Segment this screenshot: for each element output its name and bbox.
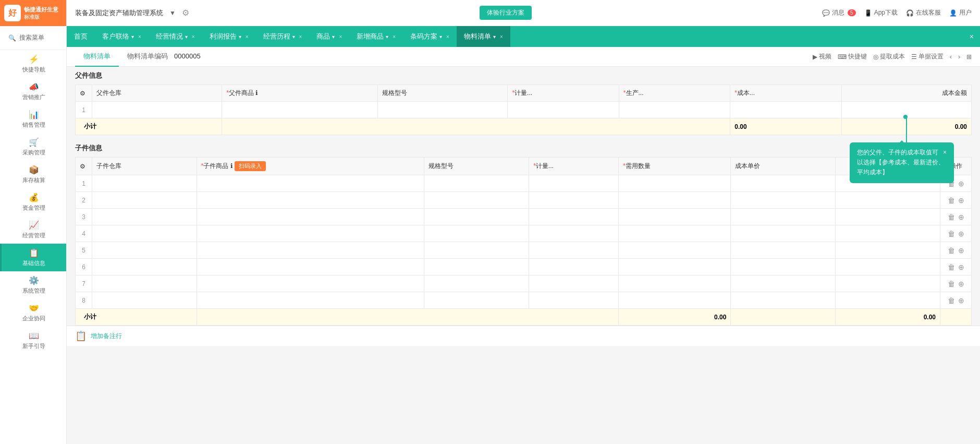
child-row-8-spec[interactable] xyxy=(424,292,529,309)
child-row-2-amount[interactable] xyxy=(836,192,940,209)
tab-customer[interactable]: 客户联络 ▾ × xyxy=(95,26,149,47)
child-row-4-copy[interactable]: ⊕ xyxy=(958,230,964,238)
child-row-3-delete[interactable]: 🗑 xyxy=(948,213,955,221)
child-row-6-amount[interactable] xyxy=(836,259,940,275)
child-row-1-warehouse[interactable] xyxy=(92,175,197,192)
child-row-2-qty[interactable] xyxy=(619,192,731,209)
child-row-3-unit-cost[interactable] xyxy=(731,209,836,225)
child-row-7-unit-cost[interactable] xyxy=(731,275,836,292)
tab-product[interactable]: 商品 ▾ × xyxy=(309,26,349,47)
child-row-7-warehouse[interactable] xyxy=(92,275,197,292)
tab-bom-close[interactable]: × xyxy=(500,34,503,40)
child-row-3-amount[interactable] xyxy=(836,209,940,225)
child-row-8-amount[interactable] xyxy=(836,292,940,309)
child-row-2-spec[interactable] xyxy=(424,192,529,209)
child-row-5-copy[interactable]: ⊕ xyxy=(958,246,964,255)
sidebar-item-quick-nav[interactable]: ⚡ 快捷导航 xyxy=(0,50,66,78)
child-row-3-warehouse[interactable] xyxy=(92,209,197,225)
grid-view-icon[interactable]: ⊞ xyxy=(966,53,972,61)
tab-profit[interactable]: 利润报告 ▾ × xyxy=(202,26,256,47)
sidebar-item-inventory[interactable]: 📦 库存核算 xyxy=(0,161,66,188)
child-row-2-copy[interactable]: ⊕ xyxy=(958,196,964,205)
shortcut-action[interactable]: ⌨ 快捷键 xyxy=(838,52,867,61)
child-row-8-qty[interactable] xyxy=(619,292,731,309)
sidebar-item-basic-info[interactable]: 📋 基础信息 xyxy=(0,244,66,271)
child-row-5-amount[interactable] xyxy=(836,242,940,259)
child-row-6-qty[interactable] xyxy=(619,259,731,275)
tab-ops-close[interactable]: × xyxy=(192,34,195,40)
child-row-5-spec[interactable] xyxy=(424,242,529,259)
child-row-5-delete[interactable]: 🗑 xyxy=(948,246,955,255)
tab-barcode-close[interactable]: × xyxy=(446,34,449,40)
online-service-button[interactable]: 🎧 在线客服 xyxy=(906,8,941,17)
child-row-2-warehouse[interactable] xyxy=(92,192,197,209)
sub-tab-bom-code[interactable]: 物料清单编码 0000005 xyxy=(119,47,209,67)
tab-history-close[interactable]: × xyxy=(299,34,302,40)
tab-new-product-close[interactable]: × xyxy=(393,34,396,40)
child-col-settings[interactable]: ⚙ xyxy=(76,158,92,175)
single-settings-action[interactable]: ☰ 单据设置 xyxy=(911,52,944,61)
child-row-4-product[interactable] xyxy=(197,225,424,242)
child-row-1-unit[interactable] xyxy=(529,175,619,192)
child-row-5-unit[interactable] xyxy=(529,242,619,259)
tab-bom[interactable]: 物料清单 ▾ × xyxy=(457,26,510,47)
child-row-8-copy[interactable]: ⊕ xyxy=(958,296,964,305)
child-row-5-unit-cost[interactable] xyxy=(731,242,836,259)
settings-icon[interactable]: ⚙ xyxy=(182,8,189,18)
parent-row-1-unit[interactable] xyxy=(508,102,619,118)
nav-prev[interactable]: ‹ xyxy=(950,53,952,61)
child-row-4-delete[interactable]: 🗑 xyxy=(948,230,955,238)
tab-product-close[interactable]: × xyxy=(339,34,342,40)
scan-input-button[interactable]: 扫码录入 xyxy=(235,161,266,171)
child-row-6-warehouse[interactable] xyxy=(92,259,197,275)
child-row-3-qty[interactable] xyxy=(619,209,731,225)
child-row-4-amount[interactable] xyxy=(836,225,940,242)
nav-next[interactable]: › xyxy=(958,53,960,61)
user-button[interactable]: 👤 用户 xyxy=(949,8,972,17)
child-row-4-spec[interactable] xyxy=(424,225,529,242)
child-row-8-unit-cost[interactable] xyxy=(731,292,836,309)
parent-row-1-cost[interactable] xyxy=(730,102,841,118)
sub-tab-bom-list[interactable]: 物料清单 xyxy=(75,47,119,67)
sidebar-item-system[interactable]: ⚙️ 系统管理 xyxy=(0,271,66,299)
child-row-1-unit-cost[interactable] xyxy=(731,175,836,192)
close-all-tabs[interactable]: × xyxy=(963,32,980,41)
child-row-5-qty[interactable] xyxy=(619,242,731,259)
child-row-3-spec[interactable] xyxy=(424,209,529,225)
child-row-1-copy[interactable]: ⊕ xyxy=(958,179,964,188)
sidebar-item-marketing[interactable]: 📣 营销推广 xyxy=(0,78,66,105)
child-row-7-delete[interactable]: 🗑 xyxy=(948,280,955,288)
child-row-8-unit[interactable] xyxy=(529,292,619,309)
trial-button[interactable]: 体验行业方案 xyxy=(480,6,532,20)
child-row-2-unit-cost[interactable] xyxy=(731,192,836,209)
sidebar-item-sales[interactable]: 📊 销售管理 xyxy=(0,105,66,133)
tab-customer-close[interactable]: × xyxy=(138,34,141,40)
parent-col-settings[interactable]: ⚙ xyxy=(76,85,92,102)
child-row-7-amount[interactable] xyxy=(836,275,940,292)
child-row-4-unit[interactable] xyxy=(529,225,619,242)
child-row-3-copy[interactable]: ⊕ xyxy=(958,213,964,221)
parent-row-1-production[interactable] xyxy=(619,102,730,118)
parent-row-1-spec[interactable] xyxy=(378,102,508,118)
child-row-1-product[interactable] xyxy=(197,175,424,192)
child-row-2-delete[interactable]: 🗑 xyxy=(948,196,955,205)
message-button[interactable]: 💬 消息 5 xyxy=(822,8,856,17)
child-row-4-unit-cost[interactable] xyxy=(731,225,836,242)
child-row-5-product[interactable] xyxy=(197,242,424,259)
child-row-6-unit-cost[interactable] xyxy=(731,259,836,275)
tab-operations[interactable]: 经营情况 ▾ × xyxy=(149,26,202,47)
child-row-3-product[interactable] xyxy=(197,209,424,225)
tab-new-product[interactable]: 新增商品 ▾ × xyxy=(349,26,403,47)
topbar-select[interactable]: ▼ xyxy=(169,9,176,17)
sidebar-item-operations[interactable]: 📈 经营管理 xyxy=(0,216,66,244)
child-row-6-copy[interactable]: ⊕ xyxy=(958,263,964,271)
sidebar-item-finance[interactable]: 💰 资金管理 xyxy=(0,188,66,216)
child-row-6-unit[interactable] xyxy=(529,259,619,275)
child-row-8-warehouse[interactable] xyxy=(92,292,197,309)
child-row-4-qty[interactable] xyxy=(619,225,731,242)
child-row-8-delete[interactable]: 🗑 xyxy=(948,296,955,305)
extract-cost-action[interactable]: ◎ 提取成本 xyxy=(873,52,905,61)
child-row-6-product[interactable] xyxy=(197,259,424,275)
child-row-1-spec[interactable] xyxy=(424,175,529,192)
add-note-label[interactable]: 增加备注行 xyxy=(91,332,122,341)
